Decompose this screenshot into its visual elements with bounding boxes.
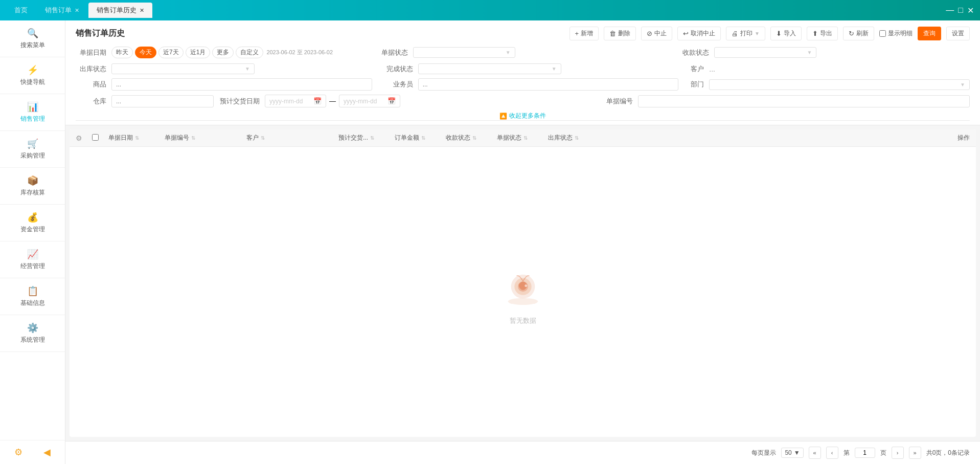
customer-dots[interactable]: ... [709, 65, 715, 73]
column-settings-icon[interactable]: ⚙ [76, 134, 92, 142]
date-btn-more[interactable]: 更多 [212, 47, 234, 58]
page-size-select[interactable]: 50 ▼ [781, 448, 803, 458]
minimize-icon[interactable]: — [946, 6, 954, 15]
purchase-mgmt-icon: 🛒 [27, 138, 38, 149]
sidebar: 🔍 搜索菜单 ⚡ 快捷导航 📊 销售管理 🛒 采购管理 📦 库存核算 💰 资金管… [0, 20, 65, 464]
payment-status-select[interactable]: ▼ [714, 47, 816, 58]
department-control: ▼ [709, 79, 970, 90]
refresh-button[interactable]: ↻ 刷新 [843, 27, 874, 40]
filter-row-2: 出库状态 ▼ 完成状态 ▼ 客户 [76, 63, 970, 74]
tab-sales-order-history[interactable]: 销售订单历史 ✕ [88, 3, 152, 18]
maximize-icon[interactable]: □ [958, 6, 963, 15]
new-button[interactable]: + 新增 [569, 27, 599, 40]
delivery-date-from[interactable]: yyyy-mm-dd 📅 [265, 95, 326, 107]
delivery-date-label: 预计交货日期 [214, 97, 265, 106]
last-page-btn[interactable]: » [909, 447, 921, 459]
pagination: 每页显示 50 ▼ « ‹ 第 页 › » 共0页，0条记录 [65, 441, 980, 464]
goods-input[interactable] [111, 78, 372, 91]
print-icon: 🖨 [732, 30, 738, 37]
print-button[interactable]: 🖨 打印 ▼ [726, 27, 765, 40]
bill-status-label: 单据状态 [367, 48, 413, 57]
sort-customer-icon: ⇅ [261, 135, 265, 141]
page-size-dropdown-icon: ▼ [794, 449, 800, 456]
tab-home[interactable]: 首页 [6, 3, 36, 18]
tab-sales-order-close[interactable]: ✕ [75, 7, 79, 14]
tab-bar: 首页 销售订单 ✕ 销售订单历史 ✕ [6, 3, 946, 18]
col-customer[interactable]: 客户 ⇅ [246, 134, 338, 142]
search-menu-icon: 🔍 [27, 28, 38, 39]
bill-status-select[interactable]: ▼ [413, 47, 515, 58]
collapse-up-icon: 🔼 [499, 113, 507, 120]
stop-icon: ⊘ [647, 30, 652, 37]
delete-button[interactable]: 🗑 删除 [604, 27, 636, 40]
salesperson-control [418, 78, 679, 91]
delivery-date-to[interactable]: yyyy-mm-dd 📅 [339, 95, 400, 107]
export-button[interactable]: ⬆ 导出 [807, 27, 838, 40]
date-btn-7days[interactable]: 近7天 [158, 47, 184, 58]
goods-label: 商品 [76, 80, 111, 89]
cancel-stop-button[interactable]: ↩ 取消中止 [677, 27, 721, 40]
department-select[interactable]: ▼ [709, 79, 970, 90]
import-icon: ⬇ [776, 30, 782, 37]
sidebar-item-system[interactable]: ⚙️ 系统管理 [0, 315, 65, 352]
sidebar-item-sales-mgmt[interactable]: 📊 销售管理 [0, 94, 65, 131]
display-toggle: 显示明细 [879, 29, 913, 38]
sidebar-item-inventory[interactable]: 📦 库存核算 [0, 168, 65, 205]
outbound-status-dropdown-icon: ▼ [245, 66, 250, 72]
bill-no-control [638, 95, 970, 107]
col-no[interactable]: 单据编号 ⇅ [165, 134, 246, 142]
complete-status-label: 完成状态 [372, 64, 418, 74]
select-all-checkbox[interactable] [92, 134, 108, 142]
import-button[interactable]: ⬇ 导入 [770, 27, 802, 40]
date-separator: — [329, 97, 336, 105]
sidebar-item-quick-nav[interactable]: ⚡ 快捷导航 [0, 57, 65, 94]
col-status[interactable]: 单据状态 ⇅ [497, 134, 548, 142]
page-title: 销售订单历史 [76, 28, 125, 39]
col-payment[interactable]: 收款状态 ⇅ [446, 134, 497, 142]
outbound-status-select[interactable]: ▼ [111, 63, 255, 74]
operations-icon: 📈 [27, 249, 38, 260]
tab-sales-order-history-close[interactable]: ✕ [140, 7, 144, 14]
sidebar-item-basic-info[interactable]: 📋 基础信息 [0, 278, 65, 315]
salesperson-input[interactable] [418, 78, 679, 91]
sidebar-item-search-menu[interactable]: 🔍 搜索菜单 [0, 20, 65, 57]
export-icon: ⬆ [812, 30, 818, 37]
col-outbound[interactable]: 出库状态 ⇅ [548, 134, 599, 142]
date-btn-today[interactable]: 今天 [135, 47, 156, 58]
sidebar-item-operations[interactable]: 📈 经营管理 [0, 241, 65, 278]
settings-bottom-icon[interactable]: ⚙ [14, 447, 22, 458]
settings-button[interactable]: 设置 [946, 27, 970, 40]
stop-button[interactable]: ⊘ 中止 [641, 27, 672, 40]
warehouse-input[interactable] [111, 95, 214, 107]
prev-page-btn[interactable]: ‹ [826, 447, 838, 459]
sidebar-item-finance[interactable]: 💰 资金管理 [0, 205, 65, 241]
toolbar: + 新增 🗑 删除 ⊘ 中止 ↩ 取消中止 [569, 27, 970, 40]
sidebar-item-purchase-mgmt[interactable]: 🛒 采购管理 [0, 131, 65, 168]
calendar-from-icon: 📅 [313, 97, 322, 105]
top-bar: 首页 销售订单 ✕ 销售订单历史 ✕ — □ ✕ [0, 0, 980, 20]
date-btn-custom[interactable]: 自定义 [236, 47, 263, 58]
query-button[interactable]: 查询 [918, 27, 941, 40]
date-btn-yesterday[interactable]: 昨天 [111, 47, 133, 58]
date-btn-1month[interactable]: 近1月 [186, 47, 211, 58]
first-page-btn[interactable]: « [809, 447, 821, 459]
bill-no-input[interactable] [638, 95, 970, 107]
sort-delivery-icon: ⇅ [370, 135, 374, 141]
tab-sales-order[interactable]: 销售订单 ✕ [37, 3, 87, 18]
collapse-sidebar-icon[interactable]: ◀ [43, 447, 51, 458]
warehouse-label: 仓库 [76, 97, 111, 106]
display-toggle-checkbox[interactable] [879, 30, 886, 37]
date-label: 单据日期 [76, 48, 111, 57]
page-number-input[interactable] [855, 448, 875, 458]
collapse-more[interactable]: 🔼 收起更多条件 [76, 109, 970, 120]
page-word-before: 第 [844, 449, 850, 457]
col-date[interactable]: 单据日期 ⇅ [108, 134, 165, 142]
close-icon[interactable]: ✕ [967, 6, 974, 15]
complete-status-select[interactable]: ▼ [418, 63, 561, 74]
next-page-btn[interactable]: › [892, 447, 904, 459]
col-amount[interactable]: 订单金额 ⇅ [395, 134, 446, 142]
finance-icon: 💰 [27, 212, 38, 223]
sort-outbound-icon: ⇅ [575, 135, 579, 141]
col-delivery[interactable]: 预计交货... ⇅ [338, 134, 395, 142]
complete-status-control: ▼ [418, 63, 679, 74]
